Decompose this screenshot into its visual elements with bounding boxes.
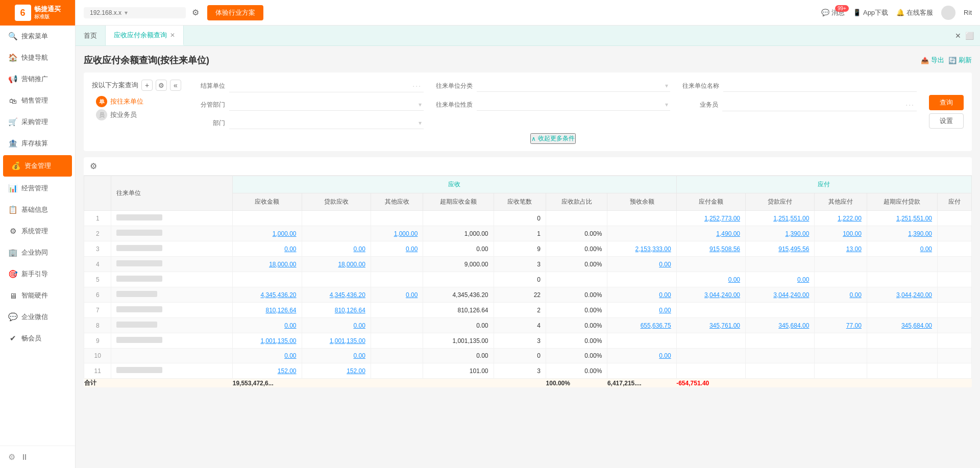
table-gear-icon[interactable]: ⚙ bbox=[90, 161, 97, 171]
table-cell[interactable]: 1,000.00 bbox=[371, 226, 423, 241]
table-cell[interactable]: 810,126.64 bbox=[302, 303, 371, 318]
settings-icon[interactable]: ⚙ bbox=[8, 452, 15, 462]
table-cell[interactable]: 655,636.75 bbox=[607, 318, 676, 333]
table-cell[interactable]: 152.00 bbox=[302, 363, 371, 379]
table-cell[interactable]: 4,345,436.20 bbox=[233, 287, 302, 303]
unit-category-input[interactable]: ▾ bbox=[477, 80, 670, 92]
footer-overdue-ap bbox=[867, 379, 937, 388]
table-cell[interactable]: 1,001,135.00 bbox=[302, 333, 371, 349]
table-cell[interactable]: 0.00 bbox=[233, 241, 302, 257]
topbar-gear-icon[interactable]: ⚙ bbox=[192, 8, 199, 17]
sidebar-item-quicknav[interactable]: 🏠 快捷导航 bbox=[0, 47, 75, 68]
table-cell[interactable]: 152.00 bbox=[233, 363, 302, 379]
sidebar-item-system[interactable]: ⚙ 系统管理 bbox=[0, 220, 75, 242]
footer-ar-amount[interactable]: 19,553,472,6... bbox=[233, 379, 302, 388]
table-cell[interactable]: 0.00 bbox=[302, 241, 371, 257]
table-cell[interactable]: 100.00 bbox=[815, 226, 867, 241]
table-cell[interactable]: 4,345,436.20 bbox=[302, 287, 371, 303]
salesperson-input[interactable]: ··· bbox=[722, 98, 917, 111]
table-cell[interactable]: 1,490.00 bbox=[676, 226, 745, 241]
messages-button[interactable]: 💬 消息 99+ bbox=[821, 8, 845, 17]
table-cell[interactable]: 0.00 bbox=[746, 272, 815, 287]
online-service-button[interactable]: 🔔 在线客服 bbox=[896, 8, 933, 17]
table-cell[interactable]: 18,000.00 bbox=[302, 257, 371, 272]
table-cell[interactable]: 915,508.56 bbox=[676, 241, 745, 257]
refresh-button[interactable]: 🔄 刷新 bbox=[948, 56, 972, 65]
table-cell[interactable]: 13.00 bbox=[815, 241, 867, 257]
table-cell[interactable]: 18,000.00 bbox=[233, 257, 302, 272]
table-cell[interactable]: 1,390.00 bbox=[867, 226, 937, 241]
add-scheme-button[interactable]: + bbox=[141, 80, 153, 91]
scheme-collapse-icon[interactable]: « bbox=[170, 80, 181, 91]
sidebar-item-wechat[interactable]: 💬 企业微信 bbox=[0, 306, 75, 328]
footer-prepay[interactable]: 6,417,215.... bbox=[607, 379, 676, 388]
scheme-by-unit[interactable]: 单 按往来单位 bbox=[96, 96, 181, 107]
table-cell[interactable]: 1,251,551.00 bbox=[746, 211, 815, 226]
table-cell[interactable]: 1,252,773.00 bbox=[676, 211, 745, 226]
table-cell[interactable]: 3,044,240.00 bbox=[867, 287, 937, 303]
sidebar-item-hardware[interactable]: 🖥 智能硬件 bbox=[0, 285, 75, 306]
table-cell[interactable]: 3,044,240.00 bbox=[676, 287, 745, 303]
table-cell[interactable]: 1,390.00 bbox=[746, 226, 815, 241]
sidebar-item-basic[interactable]: 📋 基础信息 bbox=[0, 199, 75, 220]
tab-close-icon[interactable]: ✕ bbox=[170, 32, 175, 39]
table-cell: 0 bbox=[494, 272, 546, 287]
sidebar-item-member[interactable]: ✔ 畅会员 bbox=[0, 328, 75, 349]
table-cell[interactable]: 0.00 bbox=[607, 349, 676, 363]
sidebar-item-newbie[interactable]: 🎯 新手引导 bbox=[0, 263, 75, 285]
set-button[interactable]: 设置 bbox=[929, 113, 964, 129]
table-cell[interactable]: 1,000.00 bbox=[233, 226, 302, 241]
table-cell[interactable]: 0.00 bbox=[867, 241, 937, 257]
table-cell[interactable]: 0.00 bbox=[607, 257, 676, 272]
dept-input[interactable]: ▾ bbox=[229, 117, 424, 129]
sidebar-item-purchase[interactable]: 🛒 采购管理 bbox=[0, 111, 75, 133]
table-cell[interactable]: 345,684.00 bbox=[867, 318, 937, 333]
address-bar[interactable]: 192.168.x.x ▾ bbox=[84, 7, 186, 18]
scheme-by-sales[interactable]: 员 按业务员 bbox=[96, 109, 181, 120]
dept-manager-input[interactable]: ▾ bbox=[229, 99, 424, 111]
footer-ap-amount[interactable]: -654,751.40 bbox=[676, 379, 745, 388]
table-cell[interactable]: 1,251,551.00 bbox=[867, 211, 937, 226]
sidebar-item-search[interactable]: 🔍 搜索菜单 bbox=[0, 26, 75, 47]
table-cell[interactable]: 77.00 bbox=[815, 318, 867, 333]
tab-arbalance[interactable]: 应收应付余额查询 ✕ bbox=[106, 26, 184, 45]
app-download-button[interactable]: 📱 App下载 bbox=[853, 8, 888, 17]
query-button[interactable]: 查询 bbox=[929, 95, 964, 110]
tab-home[interactable]: 首页 bbox=[76, 26, 106, 45]
sidebar-item-finance[interactable]: 💰 资金管理 bbox=[3, 155, 72, 177]
table-cell bbox=[423, 272, 494, 287]
table-cell[interactable]: 0.00 bbox=[233, 349, 302, 363]
export-button[interactable]: 📤 导出 bbox=[921, 56, 944, 65]
table-cell[interactable]: 1,222.00 bbox=[815, 211, 867, 226]
window-close-icon[interactable]: ✕ bbox=[955, 32, 961, 40]
table-cell[interactable]: 0.00 bbox=[302, 349, 371, 363]
table-cell[interactable]: 345,761.00 bbox=[676, 318, 745, 333]
table-cell[interactable]: 345,684.00 bbox=[746, 318, 815, 333]
table-cell[interactable]: 810,126.64 bbox=[233, 303, 302, 318]
unit-nature-input[interactable]: ▾ bbox=[477, 99, 670, 111]
unit-name-input[interactable] bbox=[723, 80, 917, 92]
collapse-button[interactable]: ∧ 收起更多条件 bbox=[530, 133, 576, 144]
table-cell[interactable]: 0.00 bbox=[371, 287, 423, 303]
window-maximize-icon[interactable]: ⬜ bbox=[965, 32, 974, 40]
sidebar-item-ops[interactable]: 📊 经营管理 bbox=[0, 178, 75, 199]
table-cell[interactable]: 0.00 bbox=[676, 272, 745, 287]
table-cell[interactable]: 0.00 bbox=[607, 287, 676, 303]
scheme-settings-icon[interactable]: ⚙ bbox=[156, 80, 167, 91]
table-cell[interactable]: 0.00 bbox=[607, 303, 676, 318]
sidebar-item-marketing[interactable]: 📢 营销推广 bbox=[0, 68, 75, 90]
table-cell[interactable]: 2,153,333.00 bbox=[607, 241, 676, 257]
table-cell[interactable]: 0.00 bbox=[815, 287, 867, 303]
settlement-unit-input[interactable]: ··· bbox=[229, 80, 424, 92]
sidebar-item-sales[interactable]: 🛍 销售管理 bbox=[0, 90, 75, 111]
table-cell[interactable]: 0.00 bbox=[302, 318, 371, 333]
table-cell[interactable]: 915,495.56 bbox=[746, 241, 815, 257]
table-cell[interactable]: 1,001,135.00 bbox=[233, 333, 302, 349]
table-cell[interactable]: 0.00 bbox=[371, 241, 423, 257]
collapse-icon[interactable]: ⏸ bbox=[20, 453, 29, 462]
solution-button[interactable]: 体验行业方案 bbox=[207, 5, 263, 20]
table-cell[interactable]: 0.00 bbox=[233, 318, 302, 333]
table-cell[interactable]: 3,044,240.00 bbox=[746, 287, 815, 303]
sidebar-item-inventory[interactable]: 🏦 库存核算 bbox=[0, 133, 75, 154]
sidebar-item-collab[interactable]: 🏢 企业协同 bbox=[0, 242, 75, 263]
